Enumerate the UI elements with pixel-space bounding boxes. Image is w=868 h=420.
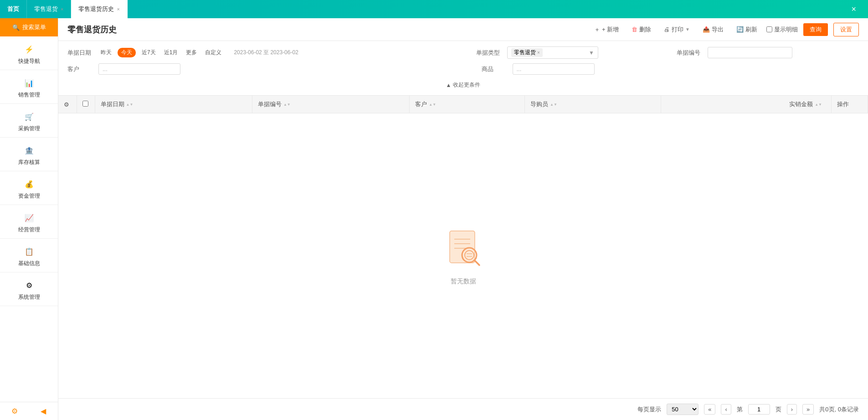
tab-bar: 首页 零售退货 × 零售退货历史 × <box>0 0 847 18</box>
basic-info-icon: 📋 <box>23 245 36 258</box>
th-checkbox[interactable] <box>77 96 95 113</box>
content-area: 零售退货历史 ＋ + 新增 🗑 删除 🖨 打印 ▼ 📤 导出 <box>58 18 868 420</box>
tab-home-label: 首页 <box>7 5 19 13</box>
date-filter-section: 单据日期 昨天 今天 近7天 近1月 更多 自定义 2023-06-02 至 2… <box>67 48 458 57</box>
tab-retail-return-history[interactable]: 零售退货历史 × <box>71 0 127 18</box>
customer-input[interactable]: ... <box>98 63 180 75</box>
sidebar-menu: ⚡ 快捷导航 📊 销售管理 🛒 采购管理 🏦 库存核算 💰 资金管理 📈 <box>0 36 58 402</box>
doc-type-tag-close[interactable]: × <box>537 50 540 55</box>
page-size-select[interactable]: 10 20 50 100 <box>667 404 699 415</box>
th-amount-label: 实销金额 <box>789 100 813 108</box>
tab-retail-return-close[interactable]: × <box>61 6 63 12</box>
sidebar-item-quick-nav[interactable]: ⚡ 快捷导航 <box>0 36 58 70</box>
goods-section: 商品 ... <box>482 63 859 75</box>
page-input[interactable] <box>748 404 770 415</box>
next-page-button[interactable]: › <box>787 404 797 415</box>
sidebar-item-purchase-mgmt[interactable]: 🛒 采购管理 <box>0 104 58 138</box>
date-opt-more[interactable]: 更多 <box>184 48 199 57</box>
tab-retail-return-history-label: 零售退货历史 <box>78 5 114 13</box>
sidebar-item-operations[interactable]: 📈 经营管理 <box>0 205 58 239</box>
tab-retail-return-history-close[interactable]: × <box>117 6 119 12</box>
doc-type-tag-label: 零售退货 <box>514 49 536 56</box>
print-label: 打印 <box>672 26 683 34</box>
total-label: 共0页, 0条记录 <box>819 405 859 414</box>
date-opt-custom[interactable]: 自定义 <box>203 48 224 57</box>
sidebar: 🔍 搜索菜单 ⚡ 快捷导航 📊 销售管理 🛒 采购管理 🏦 库存核算 💰 <box>0 18 58 420</box>
collapse-label: 收起更条件 <box>453 81 480 89</box>
sidebar-collapse-button[interactable]: ◀ <box>29 402 58 420</box>
date-opt-yesterday[interactable]: 昨天 <box>98 48 114 57</box>
doc-type-select[interactable]: 零售退货 × ▼ <box>507 46 598 59</box>
print-button[interactable]: 🖨 打印 ▼ <box>660 24 693 36</box>
date-options: 昨天 今天 近7天 近1月 更多 自定义 <box>98 48 224 57</box>
add-button[interactable]: ＋ + 新增 <box>591 24 622 36</box>
date-opt-last-month[interactable]: 近1月 <box>162 48 180 57</box>
filter-row-2: 客户 ... 商品 ... <box>67 63 859 75</box>
sort-doc-date-icon[interactable]: ▲▼ <box>126 102 134 107</box>
svg-point-5 <box>465 251 474 260</box>
sort-customer-icon[interactable]: ▲▼ <box>429 102 436 107</box>
pagination-bar: 每页显示 10 20 50 100 « ‹ 第 页 › » 共0页, 0条记录 <box>58 398 868 420</box>
show-detail-input[interactable] <box>766 26 772 32</box>
window-close-button[interactable]: × <box>847 5 861 14</box>
th-amount: 实销金额 ▲▼ <box>661 96 832 113</box>
sidebar-item-basic-info[interactable]: 📋 基础信息 <box>0 239 58 272</box>
th-guide-label: 导购员 <box>530 100 548 108</box>
tab-home[interactable]: 首页 <box>0 0 27 18</box>
sidebar-item-inventory[interactable]: 🏦 库存核算 <box>0 138 58 171</box>
select-all-checkbox[interactable] <box>82 101 88 107</box>
inventory-icon: 🏦 <box>23 144 36 157</box>
sidebar-item-sales-mgmt[interactable]: 📊 销售管理 <box>0 70 58 104</box>
th-customer-label: 客户 <box>415 100 427 108</box>
sidebar-item-quick-nav-label: 快捷导航 <box>18 57 40 65</box>
quick-nav-icon: ⚡ <box>23 43 36 56</box>
page-size-label: 每页显示 <box>637 405 661 414</box>
date-range-text: 2023-06-02 至 2023-06-02 <box>234 49 298 56</box>
sort-amount-icon[interactable]: ▲▼ <box>815 102 822 107</box>
th-actions-label: 操作 <box>837 101 849 108</box>
setting-button[interactable]: 设置 <box>833 23 859 36</box>
export-label: 导出 <box>712 26 724 34</box>
sort-doc-no-icon[interactable]: ▲▼ <box>283 102 291 107</box>
sidebar-item-system-mgmt[interactable]: ⚙ 系统管理 <box>0 272 58 306</box>
print-icon: 🖨 <box>664 26 670 33</box>
empty-text: 暂无数据 <box>451 277 476 286</box>
doc-no-input[interactable] <box>708 47 792 58</box>
query-button[interactable]: 查询 <box>803 23 828 36</box>
svg-line-6 <box>474 260 479 265</box>
th-guide: 导购员 ▲▼ <box>524 96 661 113</box>
sidebar-search[interactable]: 🔍 搜索菜单 <box>0 18 58 36</box>
show-detail-checkbox[interactable]: 显示明细 <box>766 26 798 34</box>
export-button[interactable]: 📤 导出 <box>699 24 727 36</box>
sidebar-item-finance[interactable]: 💰 资金管理 <box>0 171 58 205</box>
date-opt-last7[interactable]: 近7天 <box>139 48 158 57</box>
purchase-mgmt-icon: 🛒 <box>23 110 36 123</box>
sidebar-item-operations-label: 经营管理 <box>18 226 40 234</box>
prev-page-button[interactable]: ‹ <box>721 404 731 415</box>
collapse-button[interactable]: ▲ 收起更条件 <box>441 79 486 91</box>
date-filter-label: 单据日期 <box>67 49 95 57</box>
doc-type-section: 单据类型 零售退货 × ▼ <box>476 46 658 59</box>
doc-type-label: 单据类型 <box>476 49 503 57</box>
last-page-button[interactable]: » <box>802 404 814 415</box>
date-opt-today[interactable]: 今天 <box>118 48 136 57</box>
add-label: + 新增 <box>602 26 619 34</box>
print-dropdown-icon: ▼ <box>685 27 690 32</box>
th-settings[interactable]: ⚙ <box>58 96 77 113</box>
sidebar-bottom: ⚙ ◀ <box>0 402 58 420</box>
first-page-button[interactable]: « <box>704 404 715 415</box>
delete-button[interactable]: 🗑 删除 <box>628 24 655 36</box>
refresh-button[interactable]: 🔄 刷新 <box>733 24 761 36</box>
sort-guide-icon[interactable]: ▲▼ <box>550 102 557 107</box>
tab-retail-return[interactable]: 零售退货 × <box>27 0 71 18</box>
doc-no-section: 单据编号 <box>677 47 859 58</box>
sidebar-item-basic-info-label: 基础信息 <box>18 260 40 267</box>
doc-type-dropdown-icon: ▼ <box>589 50 594 56</box>
th-doc-date-label: 单据日期 <box>101 100 124 108</box>
sidebar-settings-button[interactable]: ⚙ <box>0 402 29 420</box>
customer-dots: ... <box>103 66 108 72</box>
goods-input[interactable]: ... <box>513 63 595 75</box>
tab-retail-return-label: 零售退货 <box>34 5 58 13</box>
table-header-row: ⚙ 单据日期 ▲▼ 单据编号 <box>58 96 868 113</box>
collapse-up-icon: ▲ <box>446 82 452 88</box>
